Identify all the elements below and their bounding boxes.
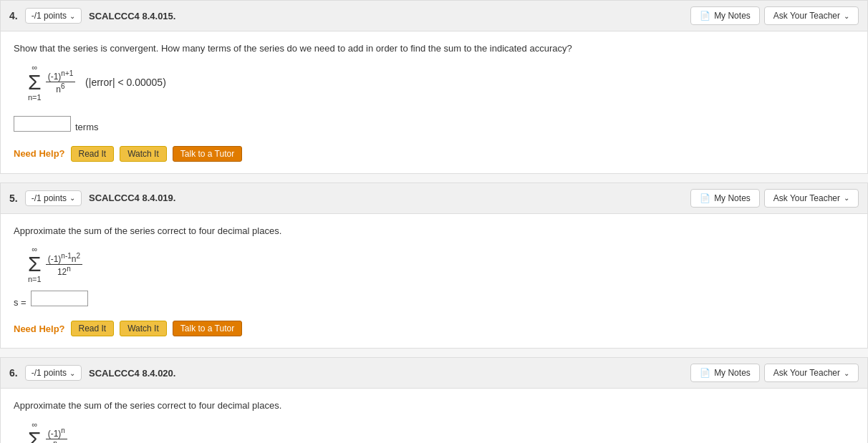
- question-6-formula: ∞ Σ n=1 (-1)n 3nn!: [28, 420, 854, 444]
- frac-num-5: (-1)n-1n2: [46, 252, 82, 265]
- question-4-header-left: 4. -/1 points ⌄ SCALCCC4 8.4.015.: [9, 8, 175, 24]
- ask-teacher-button-5[interactable]: Ask Your Teacher ⌄: [764, 189, 859, 208]
- points-dropdown-4[interactable]: -/1 points ⌄: [25, 8, 82, 24]
- fraction-5: (-1)n-1n2 12n: [46, 252, 82, 277]
- sigma-bottom-5: n=1: [28, 275, 42, 283]
- question-4-body: Show that the series is convergent. How …: [1, 31, 867, 173]
- fraction-4: (-1)n+1 n6: [46, 69, 76, 94]
- note-icon-5: 📄: [700, 193, 710, 203]
- question-6: 6. -/1 points ⌄ SCALCCC4 8.4.020. 📄 My N…: [0, 357, 868, 443]
- question-5-header: 5. -/1 points ⌄ SCALCCC4 8.4.019. 📄 My N…: [1, 183, 867, 214]
- watch-it-button-5[interactable]: Watch It: [120, 321, 167, 336]
- question-4-text: Show that the series is convergent. How …: [14, 42, 854, 56]
- question-6-text: Approximate the sum of the series correc…: [14, 399, 854, 413]
- question-4-header-buttons: 📄 My Notes Ask Your Teacher ⌄: [690, 6, 859, 25]
- condition-4: (|error| < 0.00005): [79, 77, 166, 88]
- frac-num-6: (-1)n: [46, 427, 67, 439]
- question-5-body: Approximate the sum of the series correc…: [1, 214, 867, 349]
- frac-den-5: 12n: [55, 265, 73, 277]
- question-6-header-buttons: 📄 My Notes Ask Your Teacher ⌄: [690, 364, 859, 382]
- answer-input-5[interactable]: [31, 291, 88, 306]
- points-dropdown-6[interactable]: -/1 points ⌄: [25, 365, 82, 381]
- ask-teacher-label-4: Ask Your Teacher: [773, 11, 840, 21]
- sigma-sym-5: Σ: [28, 253, 42, 275]
- chevron-down-icon-5: ⌄: [69, 194, 75, 202]
- talk-tutor-button-4[interactable]: Talk to a Tutor: [173, 146, 242, 162]
- my-notes-label-4: My Notes: [714, 11, 751, 21]
- chevron-down-icon-ask-4: ⌄: [844, 12, 849, 20]
- question-id-4: SCALCCC4 8.4.015.: [89, 11, 175, 21]
- sigma-sum-6: ∞ Σ n=1: [28, 420, 42, 444]
- points-dropdown-5[interactable]: -/1 points ⌄: [25, 190, 82, 206]
- fraction-6: (-1)n 3nn!: [46, 427, 67, 443]
- points-label-6: -/1 points: [32, 368, 67, 378]
- question-6-header: 6. -/1 points ⌄ SCALCCC4 8.4.020. 📄 My N…: [1, 358, 867, 389]
- watch-it-button-4[interactable]: Watch It: [120, 146, 167, 162]
- chevron-down-icon-ask-5: ⌄: [844, 194, 849, 202]
- frac-den-6: 3nn!: [47, 439, 67, 443]
- question-4-number: 4.: [9, 10, 18, 21]
- sigma-sym-6: Σ: [28, 429, 42, 444]
- question-5-text: Approximate the sum of the series correc…: [14, 224, 854, 238]
- terms-row-4: terms: [14, 116, 854, 139]
- question-6-header-left: 6. -/1 points ⌄ SCALCCC4 8.4.020.: [9, 365, 175, 381]
- terms-label-4: terms: [75, 122, 99, 132]
- question-5-number: 5.: [9, 193, 18, 204]
- need-help-label-5: Need Help?: [14, 323, 65, 334]
- question-4-formula: ∞ Σ n=1 (-1)n+1 n6 (|error| < 0.00005): [28, 63, 854, 109]
- question-5: 5. -/1 points ⌄ SCALCCC4 8.4.019. 📄 My N…: [0, 182, 868, 349]
- need-help-label-4: Need Help?: [14, 148, 65, 159]
- my-notes-button-5[interactable]: 📄 My Notes: [690, 189, 760, 208]
- question-id-6: SCALCCC4 8.4.020.: [89, 368, 175, 379]
- math-row-4: ∞ Σ n=1 (-1)n+1 n6 (|error| < 0.00005): [28, 63, 166, 102]
- talk-tutor-button-5[interactable]: Talk to a Tutor: [173, 321, 242, 336]
- my-notes-button-4[interactable]: 📄 My Notes: [690, 6, 760, 25]
- read-it-button-4[interactable]: Read It: [71, 146, 115, 162]
- question-5-header-buttons: 📄 My Notes Ask Your Teacher ⌄: [690, 189, 859, 208]
- note-icon-4: 📄: [700, 11, 710, 21]
- ask-teacher-label-6: Ask Your Teacher: [773, 368, 840, 378]
- sigma-wrapper-4: ∞ Σ n=1 (-1)n+1 n6 (|error| < 0.00005): [28, 63, 166, 102]
- sigma-sum-4: ∞ Σ n=1: [28, 63, 42, 102]
- ask-teacher-label-5: Ask Your Teacher: [773, 193, 840, 203]
- chevron-down-icon-4: ⌄: [69, 12, 75, 20]
- my-notes-label-6: My Notes: [714, 368, 751, 378]
- sigma-sum-5: ∞ Σ n=1: [28, 245, 42, 283]
- chevron-down-icon-6: ⌄: [69, 369, 75, 377]
- sigma-wrapper-6: ∞ Σ n=1 (-1)n 3nn!: [28, 420, 67, 444]
- question-id-5: SCALCCC4 8.4.019.: [89, 193, 175, 203]
- sigma-wrapper-5: ∞ Σ n=1 (-1)n-1n2 12n: [28, 245, 82, 283]
- answer-input-4[interactable]: [14, 116, 71, 132]
- chevron-down-icon-ask-6: ⌄: [844, 369, 849, 377]
- answer-prefix-5: s =: [14, 297, 26, 308]
- my-notes-label-5: My Notes: [714, 193, 751, 203]
- question-5-header-left: 5. -/1 points ⌄ SCALCCC4 8.4.019.: [9, 190, 175, 206]
- need-help-row-4: Need Help? Read It Watch It Talk to a Tu…: [14, 146, 854, 162]
- question-4-header: 4. -/1 points ⌄ SCALCCC4 8.4.015. 📄 My N…: [1, 1, 867, 31]
- points-label-5: -/1 points: [32, 193, 67, 203]
- my-notes-button-6[interactable]: 📄 My Notes: [690, 364, 760, 382]
- need-help-row-5: Need Help? Read It Watch It Talk to a Tu…: [14, 321, 854, 336]
- sigma-sym-4: Σ: [28, 72, 42, 93]
- question-6-body: Approximate the sum of the series correc…: [1, 389, 867, 443]
- read-it-button-5[interactable]: Read It: [71, 321, 115, 336]
- answer-row-5: s =: [14, 291, 854, 313]
- frac-num-4: (-1)n+1: [46, 69, 76, 82]
- points-label-4: -/1 points: [32, 11, 67, 21]
- ask-teacher-button-4[interactable]: Ask Your Teacher ⌄: [764, 6, 859, 25]
- frac-den-4: n6: [54, 82, 67, 94]
- question-5-formula: ∞ Σ n=1 (-1)n-1n2 12n: [28, 245, 854, 283]
- note-icon-6: 📄: [700, 368, 710, 378]
- question-4: 4. -/1 points ⌄ SCALCCC4 8.4.015. 📄 My N…: [0, 0, 868, 174]
- sigma-bottom-4: n=1: [28, 93, 42, 102]
- question-6-number: 6.: [9, 367, 18, 379]
- ask-teacher-button-6[interactable]: Ask Your Teacher ⌄: [764, 364, 859, 382]
